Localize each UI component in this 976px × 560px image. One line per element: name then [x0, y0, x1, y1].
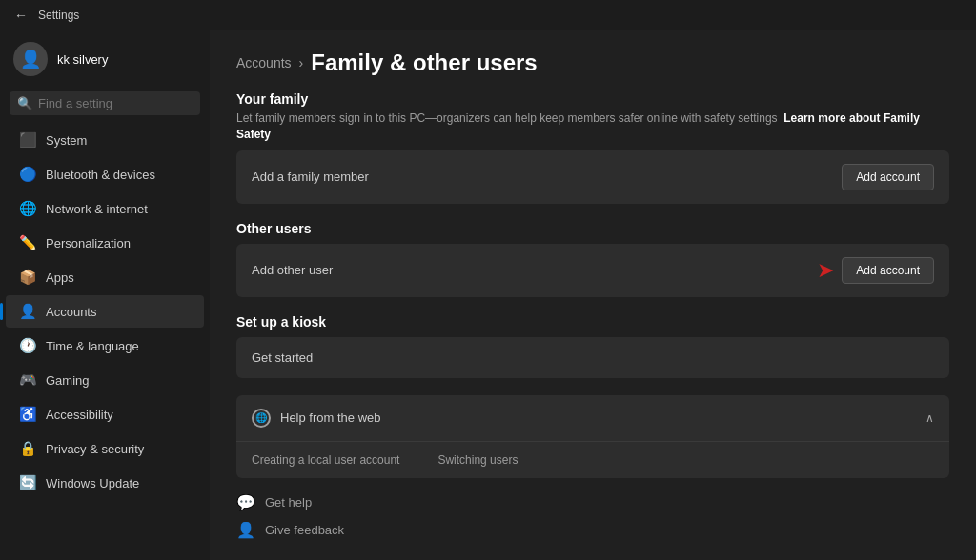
sidebar: 👤 kk silvery 🔍 ⬛ System 🔵 Bluetooth & de… [0, 30, 210, 560]
red-arrow-icon: ➤ [817, 258, 834, 283]
page-title: Family & other users [311, 50, 537, 76]
breadcrumb-parent[interactable]: Accounts [236, 55, 292, 70]
get-help-label: Get help [265, 495, 312, 510]
your-family-desc: Let family members sign in to this PC—or… [236, 110, 949, 143]
give-feedback-label: Give feedback [265, 523, 344, 537]
apps-icon: 📦 [19, 269, 36, 286]
sidebar-item-label: Accounts [46, 305, 96, 319]
give-feedback-icon: 👤 [236, 521, 255, 539]
add-family-label: Add a family member [252, 170, 369, 184]
sidebar-item-privacy[interactable]: 🔒 Privacy & security [6, 432, 204, 465]
chevron-up-icon: ∧ [925, 411, 934, 425]
globe-icon: 🌐 [252, 409, 271, 428]
sidebar-item-label: Network & internet [46, 202, 148, 216]
main-layout: 👤 kk silvery 🔍 ⬛ System 🔵 Bluetooth & de… [0, 30, 976, 560]
kiosk-title: Set up a kiosk [236, 314, 949, 330]
sidebar-item-label: Gaming [46, 373, 90, 388]
sidebar-item-label: Windows Update [46, 476, 139, 490]
privacy-icon: 🔒 [19, 440, 36, 457]
sidebar-item-apps[interactable]: 📦 Apps [6, 261, 204, 293]
user-name: kk silvery [57, 52, 108, 67]
sidebar-item-label: Time & language [46, 339, 139, 353]
help-links: Creating a local user account Switching … [236, 441, 949, 478]
sidebar-item-accounts[interactable]: 👤 Accounts [6, 295, 204, 328]
arrow-annotation: ➤ Add account [817, 257, 934, 284]
breadcrumb-arrow: › [299, 55, 304, 70]
other-users-title: Other users [236, 221, 949, 236]
back-button[interactable]: ← [11, 6, 30, 25]
accessibility-icon: ♿ [19, 406, 36, 423]
get-help-link[interactable]: 💬 Get help [236, 493, 949, 511]
your-family-title: Your family [236, 91, 949, 107]
sidebar-item-label: Personalization [46, 236, 131, 250]
add-other-user-label: Add other user [252, 263, 333, 277]
kiosk-get-started-label: Get started [252, 350, 313, 365]
sidebar-item-label: Apps [46, 270, 74, 285]
sidebar-item-gaming[interactable]: 🎮 Gaming [6, 364, 204, 396]
sidebar-item-network[interactable]: 🌐 Network & internet [6, 192, 204, 225]
user-profile[interactable]: 👤 kk silvery [0, 30, 210, 88]
add-family-account-button[interactable]: Add account [842, 164, 934, 190]
add-other-user-row: Add other user ➤ Add account [236, 244, 949, 297]
get-help-icon: 💬 [236, 493, 255, 511]
sidebar-item-label: System [46, 133, 87, 148]
sidebar-item-personalization[interactable]: ✏️ Personalization [6, 227, 204, 259]
breadcrumb: Accounts › Family & other users [236, 50, 949, 76]
sidebar-item-label: Bluetooth & devices [46, 168, 155, 182]
sidebar-item-label: Privacy & security [46, 442, 144, 456]
sidebar-item-time[interactable]: 🕐 Time & language [6, 330, 204, 362]
sidebar-item-label: Accessibility [46, 408, 113, 422]
sidebar-item-bluetooth[interactable]: 🔵 Bluetooth & devices [6, 158, 204, 190]
help-from-web-card: 🌐 Help from the web ∧ Creating a local u… [236, 395, 949, 478]
sidebar-item-windows-update[interactable]: 🔄 Windows Update [6, 467, 204, 499]
sidebar-item-system[interactable]: ⬛ System [6, 124, 204, 156]
content-area: Accounts › Family & other users Your fam… [210, 30, 976, 560]
help-title: Help from the web [280, 410, 381, 425]
kiosk-get-started-row[interactable]: Get started [236, 337, 949, 378]
network-icon: 🌐 [19, 200, 36, 217]
help-link-local-account[interactable]: Creating a local user account [252, 453, 399, 467]
help-header[interactable]: 🌐 Help from the web ∧ [236, 395, 949, 441]
time-icon: 🕐 [19, 337, 36, 354]
add-family-member-row: Add a family member Add account [236, 150, 949, 204]
titlebar: ← Settings [0, 0, 976, 30]
titlebar-title: Settings [38, 9, 79, 22]
search-box[interactable]: 🔍 [10, 91, 200, 115]
accounts-icon: 👤 [19, 303, 36, 320]
help-link-switching-users[interactable]: Switching users [437, 453, 518, 467]
sidebar-item-accessibility[interactable]: ♿ Accessibility [6, 398, 204, 430]
give-feedback-link[interactable]: 👤 Give feedback [236, 521, 949, 539]
system-icon: ⬛ [19, 131, 36, 149]
bottom-links: 💬 Get help 👤 Give feedback [236, 493, 949, 539]
avatar: 👤 [13, 42, 48, 76]
windows-update-icon: 🔄 [19, 474, 36, 491]
bluetooth-icon: 🔵 [19, 166, 36, 183]
your-family-section: Your family Let family members sign in t… [236, 91, 949, 143]
search-icon: 🔍 [17, 96, 32, 110]
gaming-icon: 🎮 [19, 371, 36, 389]
search-input[interactable] [38, 96, 198, 110]
personalization-icon: ✏️ [19, 234, 36, 251]
add-other-account-button[interactable]: Add account [842, 257, 934, 284]
